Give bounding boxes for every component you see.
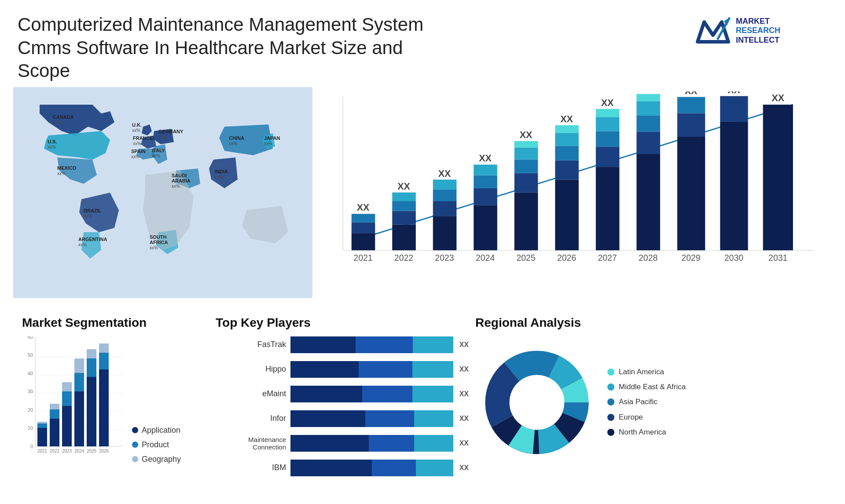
logo-text: MARKETRESEARCHINTELLECT <box>736 17 780 45</box>
svg-rect-67 <box>514 147 538 159</box>
svg-rect-53 <box>433 201 457 216</box>
segmentation-chart: 0 10 20 30 40 50 60 <box>22 336 123 468</box>
bar-seg3-hippo <box>412 361 453 378</box>
svg-text:2023: 2023 <box>62 449 72 453</box>
bar-seg1-maintenance <box>290 435 369 452</box>
player-bar-container-infor: XX <box>290 410 453 427</box>
svg-rect-123 <box>50 409 59 419</box>
main-content: CANADA xx% U.S. xx% MEXICO xx% BRAZIL xx… <box>0 87 845 504</box>
regional-content: Latin America Middle East & Africa Asia … <box>475 341 823 464</box>
svg-text:SPAIN: SPAIN <box>131 149 146 154</box>
svg-rect-71 <box>555 179 579 250</box>
svg-text:CHINA: CHINA <box>229 135 244 141</box>
svg-rect-130 <box>74 391 84 446</box>
svg-text:2026: 2026 <box>557 253 576 263</box>
svg-text:XX: XX <box>727 91 740 95</box>
svg-text:CANADA: CANADA <box>53 114 74 120</box>
bar-seg3-maintenance <box>414 435 453 452</box>
reg-dot-europe <box>607 414 614 421</box>
svg-text:2025: 2025 <box>516 253 535 263</box>
donut-chart <box>475 341 599 464</box>
svg-text:SOUTH: SOUTH <box>150 234 167 240</box>
regional-legend: Latin America Middle East & Africa Asia … <box>607 368 686 437</box>
svg-rect-78 <box>596 167 620 250</box>
svg-rect-119 <box>37 424 47 428</box>
svg-rect-86 <box>636 131 660 154</box>
svg-rect-68 <box>514 141 538 147</box>
svg-text:2021: 2021 <box>353 253 372 263</box>
svg-rect-118 <box>37 428 47 446</box>
page-title: Computerized Maintenance Management Syst… <box>18 13 458 83</box>
svg-text:xx%: xx% <box>158 135 167 139</box>
svg-rect-139 <box>99 353 109 369</box>
svg-text:0: 0 <box>30 444 33 449</box>
svg-rect-128 <box>62 382 72 391</box>
svg-marker-0 <box>698 22 728 42</box>
player-bar-ibm <box>290 460 453 476</box>
bar-seg3-ibm <box>416 460 453 476</box>
player-name-hippo: Hippo <box>216 365 286 374</box>
svg-text:ARGENTINA: ARGENTINA <box>78 237 107 242</box>
player-xx-ibm: XX <box>459 464 469 472</box>
svg-text:60: 60 <box>28 336 33 340</box>
svg-text:XX: XX <box>479 153 492 164</box>
svg-text:xx%: xx% <box>152 153 160 158</box>
svg-text:AFRICA: AFRICA <box>150 240 168 245</box>
svg-text:xx%: xx% <box>150 245 158 250</box>
player-bar-container-hippo: XX <box>290 361 453 378</box>
svg-text:xx%: xx% <box>48 145 56 150</box>
svg-text:ARABIA: ARABIA <box>172 178 191 183</box>
bar-seg2-fastrak <box>356 336 413 353</box>
reg-label-latin: Latin America <box>619 368 664 376</box>
svg-rect-52 <box>433 216 457 250</box>
svg-rect-92 <box>677 137 705 250</box>
player-xx-hippo: XX <box>459 365 469 373</box>
bar-chart-section: XX 2021 XX 2022 XX <box>321 87 832 303</box>
svg-text:xx%: xx% <box>57 171 66 176</box>
player-row-emaint: eMaint XX <box>216 386 453 402</box>
bar-seg2-emaint <box>362 386 413 402</box>
reg-label-middle-east: Middle East & Africa <box>619 383 686 391</box>
product-label: Product <box>142 440 169 449</box>
svg-text:GERMANY: GERMANY <box>158 129 184 134</box>
player-bar-container-ibm: XX <box>290 460 453 476</box>
svg-text:10: 10 <box>28 425 33 431</box>
svg-rect-101 <box>763 104 793 250</box>
svg-rect-80 <box>596 131 620 146</box>
svg-rect-140 <box>99 343 109 353</box>
player-xx-maintenance: XX <box>459 439 469 447</box>
bottom-row: Market Segmentation 0 10 20 30 40 50 60 <box>13 307 832 504</box>
segmentation-legend: Application Product Geography <box>132 426 181 468</box>
legend-item-geography: Geography <box>132 455 181 464</box>
svg-rect-120 <box>37 422 47 424</box>
player-bar-emaint <box>290 386 453 402</box>
svg-text:2021: 2021 <box>37 449 48 453</box>
svg-rect-89 <box>636 94 660 101</box>
bar-seg3-fastrak <box>413 336 454 353</box>
svg-text:XX: XX <box>520 129 533 140</box>
reg-label-europe: Europe <box>619 413 643 422</box>
player-bar-container-maintenance: XX <box>290 435 453 452</box>
player-row-maintenance: Maintenance Connection XX <box>216 435 453 452</box>
reg-dot-asia <box>607 398 614 405</box>
svg-text:XX: XX <box>397 181 410 191</box>
svg-text:xx%: xx% <box>215 175 223 179</box>
bar-seg3-emaint <box>412 386 453 402</box>
svg-rect-136 <box>87 349 96 358</box>
bar-seg1-fastrak <box>290 336 356 353</box>
map-section: CANADA xx% U.S. xx% MEXICO xx% BRAZIL xx… <box>13 87 312 303</box>
svg-text:20: 20 <box>28 407 33 413</box>
svg-rect-46 <box>392 224 416 250</box>
svg-text:2024: 2024 <box>74 449 84 453</box>
players-bars: FasTrak XX Hippo <box>216 336 453 476</box>
regional-section: Regional Analysis <box>467 311 832 504</box>
player-row-hippo: Hippo XX <box>216 361 453 378</box>
segmentation-title: Market Segmentation <box>22 316 194 330</box>
svg-text:2030: 2030 <box>724 253 743 263</box>
bar-seg2-maintenance <box>369 435 415 452</box>
svg-text:xx%: xx% <box>53 120 61 125</box>
player-name-ibm: IBM <box>216 463 286 472</box>
svg-rect-134 <box>87 377 96 446</box>
svg-rect-97 <box>720 121 748 250</box>
svg-rect-55 <box>433 179 457 189</box>
